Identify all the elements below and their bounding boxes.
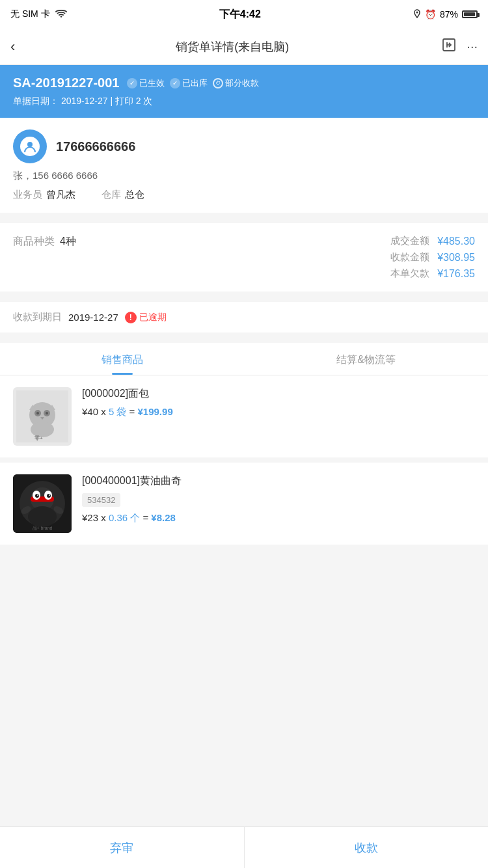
overdue-icon: !: [125, 312, 137, 323]
svg-point-2: [27, 142, 33, 147]
separator-3: [0, 338, 488, 343]
tabs-section: 销售商品 结算&物流等: [0, 343, 488, 375]
status-tags: ✓ 已生效 ✓ 已出库 ⏱ 部分收款: [127, 77, 259, 89]
svg-point-18: [47, 494, 51, 498]
warehouse-item: 仓库 总仓: [102, 189, 144, 201]
svg-point-17: [35, 494, 39, 498]
stats-section: 商品种类 4种 成交金额 ¥485.30 收款金额 ¥308.95 本单欠款 ¥…: [0, 223, 488, 292]
svg-text:品+ brand: 品+ brand: [33, 526, 53, 530]
svg-point-0: [416, 11, 418, 13]
more-icon[interactable]: ···: [467, 39, 478, 54]
product-thumb-2: 品+ brand: [13, 474, 72, 533]
order-header: SA-20191227-001 ✓ 已生效 ✓ 已出库 ⏱ 部分收款 单据日期：…: [0, 65, 488, 118]
bottom-bar: 弃审 收款: [0, 826, 488, 868]
product-name-2: [000400001]黄油曲奇: [82, 474, 475, 488]
svg-point-7: [36, 412, 39, 414]
product-sku-2: 534532: [82, 493, 120, 507]
stats-right: 成交金额 ¥485.30 收款金额 ¥308.95 本单欠款 ¥176.35: [390, 235, 475, 280]
check-icon-1: ✓: [127, 78, 137, 88]
salesman-item: 业务员 曾凡杰: [13, 189, 75, 201]
amount-row-1: 成交金额 ¥485.30: [390, 235, 475, 247]
separator-2: [0, 297, 488, 302]
wifi-icon: [55, 9, 67, 20]
svg-point-19: [37, 495, 38, 496]
svg-point-21: [28, 506, 57, 527]
customer-meta: 业务员 曾凡杰 仓库 总仓: [13, 189, 475, 201]
avatar: [13, 129, 47, 163]
status-tag-effective: ✓ 已生效: [127, 77, 165, 89]
customer-row: 17666666666: [13, 129, 475, 163]
customer-id: 17666666666: [56, 139, 135, 154]
svg-text:零+: 零+: [34, 435, 43, 441]
due-date-section: 收款到期日 2019-12-27 ! 已逾期: [0, 302, 488, 332]
page-title: 销货单详情(来自电脑): [23, 39, 442, 55]
carrier-text: 无 SIM 卡: [10, 8, 50, 20]
check-icon-2: ✓: [170, 78, 180, 88]
status-tag-shipped: ✓ 已出库: [170, 77, 208, 89]
status-time: 下午4:42: [219, 8, 261, 21]
stats-left: 商品种类 4种: [13, 235, 76, 249]
order-date-line: 单据日期： 2019-12-27 | 打印 2 次: [13, 96, 475, 107]
customer-detail: 张，156 6666 6666: [13, 170, 475, 182]
back-button[interactable]: ‹: [10, 33, 23, 61]
svg-point-20: [49, 495, 50, 496]
separator-1: [0, 218, 488, 223]
status-right: ⏰ 87%: [413, 9, 478, 20]
tabs-bar: 销售商品 结算&物流等: [0, 343, 488, 375]
overdue-badge: ! 已逾期: [125, 312, 167, 323]
product-item-1: 零+ [0000002]面包 ¥40 x 5 袋 = ¥199.99: [0, 375, 488, 457]
product-info-1: [0000002]面包 ¥40 x 5 袋 = ¥199.99: [82, 387, 475, 418]
overdue-text: 已逾期: [139, 312, 167, 323]
product-list: 零+ [0000002]面包 ¥40 x 5 袋 = ¥199.99: [0, 375, 488, 597]
amount-row-3: 本单欠款 ¥176.35: [390, 267, 475, 280]
user-icon: [20, 137, 40, 156]
nav-bar: ‹ 销货单详情(来自电脑) ···: [0, 29, 488, 65]
alarm-icon: ⏰: [425, 9, 436, 20]
status-left: 无 SIM 卡: [10, 8, 67, 20]
customer-section: 17666666666 张，156 6666 6666 业务员 曾凡杰 仓库 总…: [0, 118, 488, 213]
amount-row-2: 收款金额 ¥308.95: [390, 251, 475, 264]
cancel-button[interactable]: 弃审: [0, 827, 245, 868]
tab-settlement[interactable]: 结算&物流等: [244, 343, 488, 375]
product-price-1: ¥40 x 5 袋 = ¥199.99: [82, 406, 475, 418]
order-number: SA-20191227-001: [13, 75, 119, 90]
location-icon: [413, 9, 421, 20]
nav-actions: ···: [442, 38, 478, 55]
status-tag-partial: ⏱ 部分收款: [213, 77, 259, 89]
collect-button[interactable]: 收款: [245, 827, 489, 868]
product-name-1: [0000002]面包: [82, 387, 475, 401]
product-type-row: 商品种类 4种: [13, 235, 76, 249]
share-icon[interactable]: [442, 38, 456, 55]
battery-icon: [462, 10, 478, 18]
clock-icon: ⏱: [213, 78, 223, 88]
svg-point-8: [46, 412, 48, 414]
status-bar: 无 SIM 卡 下午4:42 ⏰ 87%: [0, 0, 488, 29]
battery-text: 87%: [440, 9, 458, 20]
product-price-2: ¥23 x 0.36 个 = ¥8.28: [82, 512, 475, 524]
product-info-2: [000400001]黄油曲奇 534532 ¥23 x 0.36 个 = ¥8…: [82, 474, 475, 524]
product-thumb-1: 零+: [13, 387, 72, 446]
tab-products[interactable]: 销售商品: [0, 343, 244, 375]
product-item-2: 品+ brand [000400001]黄油曲奇 534532 ¥23 x 0.…: [0, 463, 488, 545]
